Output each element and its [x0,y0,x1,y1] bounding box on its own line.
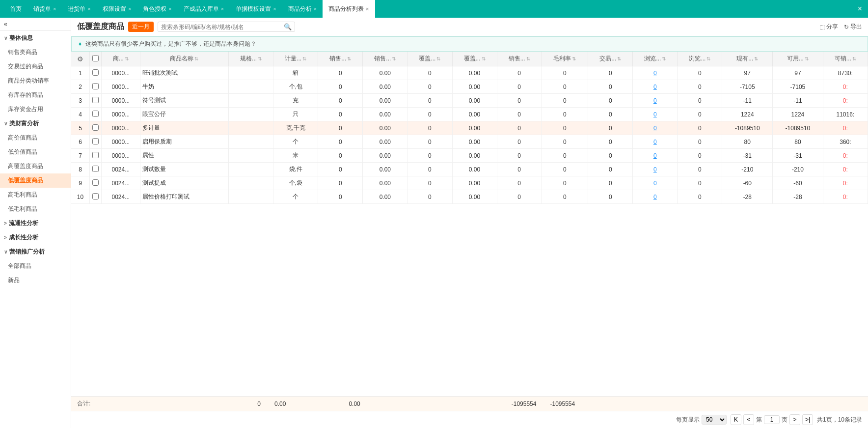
sidebar-item-traded-goods[interactable]: 交易过的商品 [0,59,71,74]
nav-product-analysis[interactable]: 商品分析 × [282,0,323,18]
close-all-button[interactable]: × [858,4,862,13]
row-checkbox[interactable] [92,152,99,158]
sort-icon[interactable]: ⇅ [125,56,129,61]
export-button[interactable]: ↻ 导出 [844,23,862,31]
row-checkbox-cell[interactable] [90,108,102,121]
browse-link[interactable]: 0 [633,121,678,135]
nav-product-analysis-list[interactable]: 商品分析列表 × [323,0,375,18]
gear-icon[interactable]: ⚙ [77,55,83,63]
next-page-button[interactable]: > [789,414,800,425]
sort-icon[interactable]: ⇅ [482,56,486,61]
sort-icon[interactable]: ⇅ [617,56,621,61]
per-page-select[interactable]: 20 50 100 200 [702,415,727,425]
sidebar-item-all-goods[interactable]: 全部商品 [0,259,71,273]
row-checkbox[interactable] [92,179,99,186]
row-checkbox-cell[interactable] [90,190,102,204]
sidebar-section-overview[interactable]: ∨ 整体信息 [0,31,71,45]
sort-icon[interactable]: ⇅ [194,56,198,61]
select-all-checkbox[interactable] [92,55,99,61]
sidebar-item-stocked-goods[interactable]: 有库存的商品 [0,88,71,102]
prev-page-button[interactable]: < [743,414,754,425]
row-checkbox-cell[interactable] [90,176,102,190]
row-checkbox-cell[interactable] [90,66,102,80]
close-icon[interactable]: × [366,6,369,12]
nav-sales-order[interactable]: 销货单 × [27,0,62,18]
sort-icon[interactable]: ⇅ [754,56,758,61]
row-checkbox[interactable] [92,138,99,144]
sidebar-section-wealth[interactable]: ∨ 类财富分析 [0,116,71,131]
row-checkbox-cell[interactable] [90,149,102,163]
nav-finished-goods[interactable]: 产成品入库单 × [178,0,230,18]
row-checkbox-cell[interactable] [90,121,102,135]
share-button[interactable]: ⬚ 分享 [819,23,838,31]
nav-role-auth[interactable]: 角色授权 × [137,0,177,18]
close-icon[interactable]: × [128,6,131,12]
sort-icon[interactable]: ⇅ [805,56,809,61]
search-input[interactable] [161,24,284,30]
sort-icon[interactable]: ⇅ [852,56,856,61]
page-number-input[interactable] [764,415,780,424]
sort-icon[interactable]: ⇅ [662,56,666,61]
row-checkbox-cell[interactable] [90,94,102,108]
row-checkbox[interactable] [92,111,99,117]
browse-link[interactable]: 0 [633,163,678,176]
row-checkbox-cell[interactable] [90,163,102,176]
row-checkbox[interactable] [92,69,99,76]
close-icon[interactable]: × [273,6,276,12]
chevron-right-icon: > [4,235,7,240]
nav-permissions[interactable]: 权限设置 × [97,0,137,18]
sidebar-item-low-gross[interactable]: 低毛利商品 [0,202,71,216]
close-icon[interactable]: × [314,6,317,12]
close-icon[interactable]: × [168,6,171,12]
close-icon[interactable]: × [87,6,90,12]
sort-icon[interactable]: ⇅ [436,56,440,61]
sort-icon[interactable]: ⇅ [526,56,530,61]
browse-link[interactable]: 0 [633,80,678,94]
browse-link[interactable]: 0 [633,176,678,190]
sidebar-toggle[interactable]: « [4,21,7,28]
row-checkbox-cell[interactable] [90,80,102,94]
sort-icon[interactable]: ⇅ [258,56,262,61]
sidebar-item-category-rate[interactable]: 商品分类动销率 [0,74,71,88]
browse-link[interactable]: 0 [633,190,678,204]
row-checkbox[interactable] [92,166,99,172]
sidebar-item-high-coverage[interactable]: 高覆盖度商品 [0,159,71,173]
sidebar-section-liquidity[interactable]: > 流通性分析 [0,216,71,230]
col-select-all[interactable] [90,52,102,66]
sort-icon[interactable]: ⇅ [572,56,576,61]
sidebar-item-low-coverage[interactable]: 低覆盖度商品 [0,173,71,188]
sidebar-item-sales-goods[interactable]: 销售类商品 [0,45,71,59]
row-stock1: 97 [722,66,773,80]
col-gear[interactable]: ⚙ [71,52,90,66]
nav-template-settings[interactable]: 单据模板设置 × [230,0,282,18]
browse-link[interactable]: 0 [633,135,678,149]
browse-link[interactable]: 0 [633,66,678,80]
nav-home[interactable]: 首页 [4,0,27,18]
sort-icon[interactable]: ⇅ [706,56,710,61]
sidebar-item-new-goods[interactable]: 新品 [0,273,71,287]
close-icon[interactable]: × [221,6,224,12]
row-checkbox[interactable] [92,97,99,103]
row-checkbox[interactable] [92,193,99,200]
sort-icon[interactable]: ⇅ [347,56,351,61]
sort-icon[interactable]: ⇅ [392,56,396,61]
row-checkbox[interactable] [92,83,99,89]
sidebar-item-high-gross[interactable]: 高毛利商品 [0,188,71,202]
sidebar-item-high-value[interactable]: 高价值商品 [0,131,71,145]
search-icon[interactable]: 🔍 [284,23,292,30]
browse-link[interactable]: 0 [633,149,678,163]
sidebar-section-growth[interactable]: > 成长性分析 [0,230,71,245]
sort-icon[interactable]: ⇅ [302,56,306,61]
time-filter-button[interactable]: 近一月 [128,22,154,32]
sidebar-section-marketing[interactable]: ∨ 营销推广分析 [0,245,71,259]
close-icon[interactable]: × [53,6,56,12]
row-checkbox[interactable] [92,124,99,131]
last-page-button[interactable]: >| [802,414,813,425]
nav-purchase-order[interactable]: 进货单 × [62,0,96,18]
browse-link[interactable]: 0 [633,108,678,121]
first-page-button[interactable]: K [731,414,741,425]
row-checkbox-cell[interactable] [90,135,102,149]
sidebar-item-low-value[interactable]: 低价值商品 [0,145,71,159]
browse-link[interactable]: 0 [633,94,678,108]
sidebar-item-inventory-capital[interactable]: 库存资金占用 [0,102,71,116]
